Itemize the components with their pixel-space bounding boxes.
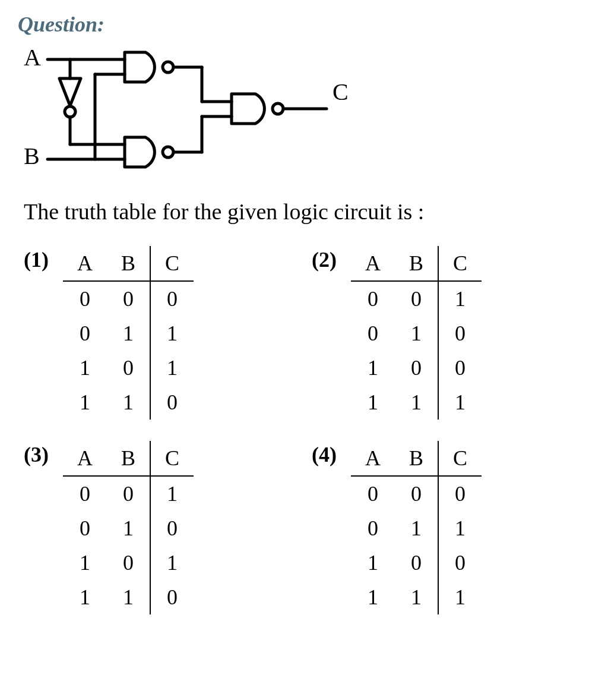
- nand-bubble-icon-bottom: [163, 147, 173, 157]
- cell: 0: [438, 316, 482, 351]
- col-header: C: [438, 246, 482, 281]
- label-b: B: [24, 143, 40, 169]
- cell: 0: [150, 281, 194, 316]
- col-header: B: [107, 441, 150, 476]
- options-grid: (1) A B C 0 0 0 0 1 1 1: [24, 246, 582, 614]
- col-header: C: [438, 441, 482, 476]
- truth-table: A B C 0 0 0 0 1 1 1 0 0: [351, 441, 482, 614]
- col-header: A: [351, 441, 395, 476]
- option-label: (4): [312, 442, 351, 467]
- option-2: (2) A B C 0 0 1 0 1 0 1: [312, 246, 582, 420]
- cell: 0: [395, 281, 438, 316]
- cell: 0: [63, 316, 107, 351]
- nand-bubble-icon-final: [273, 103, 283, 114]
- cell: 0: [395, 476, 438, 511]
- cell: 1: [438, 281, 482, 316]
- cell: 1: [107, 511, 150, 546]
- cell: 0: [150, 580, 194, 614]
- cell: 1: [150, 316, 194, 351]
- col-header: A: [351, 246, 395, 281]
- question-heading: Question:: [18, 12, 584, 37]
- col-header: A: [63, 441, 107, 476]
- col-header: B: [395, 246, 438, 281]
- cell: 1: [395, 385, 438, 420]
- not-gate-icon: [59, 78, 81, 106]
- nand-gate-icon-top: [125, 52, 154, 82]
- nand-gate-icon-final: [232, 94, 264, 124]
- cell: 0: [63, 476, 107, 511]
- cell: 0: [438, 351, 482, 385]
- cell: 1: [395, 316, 438, 351]
- cell: 0: [107, 476, 150, 511]
- col-header: A: [63, 246, 107, 281]
- cell: 0: [438, 546, 482, 580]
- col-header: B: [395, 441, 438, 476]
- truth-table: A B C 0 0 0 0 1 1 1 0 1: [63, 246, 194, 420]
- label-c: C: [332, 78, 349, 105]
- truth-table: A B C 0 0 1 0 1 0 1 0 1: [63, 441, 194, 614]
- cell: 1: [107, 580, 150, 614]
- label-a: A: [24, 44, 41, 71]
- page: Question: A B C: [0, 0, 608, 638]
- option-label: (1): [24, 247, 63, 272]
- option-label: (3): [24, 442, 63, 467]
- col-header: B: [107, 246, 150, 281]
- cell: 1: [150, 476, 194, 511]
- option-label: (2): [312, 247, 351, 272]
- not-bubble-icon: [65, 106, 75, 117]
- cell: 1: [107, 316, 150, 351]
- cell: 0: [107, 546, 150, 580]
- option-1: (1) A B C 0 0 0 0 1 1 1: [24, 246, 294, 420]
- cell: 0: [150, 511, 194, 546]
- cell: 1: [351, 580, 395, 614]
- option-3: (3) A B C 0 0 1 0 1 0 1: [24, 441, 294, 614]
- cell: 1: [63, 580, 107, 614]
- logic-circuit-diagram: A B C: [24, 40, 584, 182]
- cell: 1: [438, 580, 482, 614]
- nand-bubble-icon-top: [163, 62, 173, 72]
- question-text: The truth table for the given logic circ…: [24, 198, 584, 225]
- cell: 0: [395, 351, 438, 385]
- option-4: (4) A B C 0 0 0 0 1 1 1: [312, 441, 582, 614]
- cell: 0: [351, 476, 395, 511]
- col-header: C: [150, 246, 194, 281]
- cell: 0: [438, 476, 482, 511]
- cell: 1: [150, 351, 194, 385]
- cell: 1: [63, 546, 107, 580]
- nand-gate-icon-bottom: [125, 137, 154, 167]
- cell: 1: [150, 546, 194, 580]
- cell: 1: [395, 580, 438, 614]
- cell: 1: [63, 351, 107, 385]
- cell: 0: [63, 281, 107, 316]
- cell: 1: [351, 351, 395, 385]
- cell: 1: [395, 511, 438, 546]
- truth-table: A B C 0 0 1 0 1 0 1 0 0: [351, 246, 482, 420]
- cell: 1: [438, 511, 482, 546]
- cell: 0: [63, 511, 107, 546]
- cell: 0: [395, 546, 438, 580]
- cell: 1: [63, 385, 107, 420]
- cell: 0: [107, 281, 150, 316]
- cell: 1: [351, 546, 395, 580]
- col-header: C: [150, 441, 194, 476]
- cell: 0: [351, 281, 395, 316]
- cell: 1: [438, 385, 482, 420]
- cell: 0: [351, 511, 395, 546]
- cell: 0: [351, 316, 395, 351]
- cell: 0: [107, 351, 150, 385]
- cell: 1: [351, 385, 395, 420]
- cell: 0: [150, 385, 194, 420]
- cell: 1: [107, 385, 150, 420]
